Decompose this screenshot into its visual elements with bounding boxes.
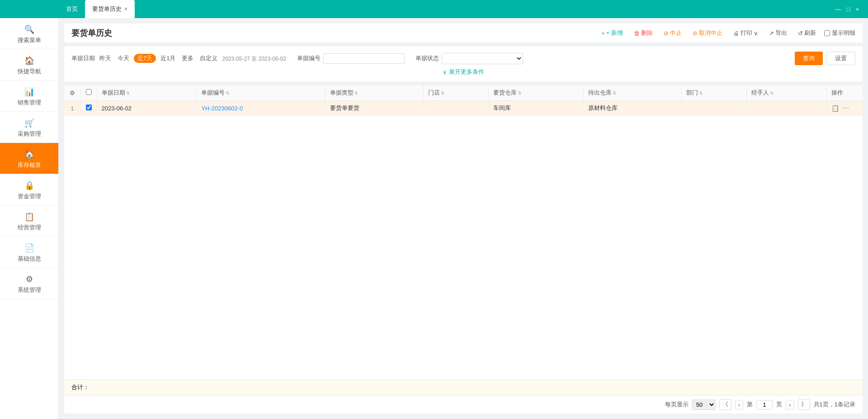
add-button[interactable]: + + 新增 bbox=[599, 27, 626, 39]
chevron-down-icon: ∨ bbox=[443, 69, 447, 76]
date-opt-yesterday[interactable]: 昨天 bbox=[98, 54, 113, 63]
chart-icon: 📊 bbox=[24, 87, 34, 97]
sidebar-item-system[interactable]: ⚙ 系统管理 bbox=[0, 268, 58, 299]
sidebar-sales-label: 销售管理 bbox=[18, 99, 41, 107]
setting-button[interactable]: 设置 bbox=[826, 52, 855, 65]
status-label: 单据状态 bbox=[415, 54, 439, 62]
prev-page-btn[interactable]: ‹ bbox=[735, 400, 743, 409]
sidebar-shortcut-label: 快捷导航 bbox=[18, 67, 41, 76]
th-number[interactable]: 单据编号⇅ bbox=[197, 85, 326, 101]
next-page-btn[interactable]: › bbox=[786, 400, 794, 409]
print-dropdown-icon: ∨ bbox=[754, 30, 758, 37]
export-button[interactable]: ↗ 导出 bbox=[766, 27, 790, 39]
top-bar: 首页 要货单历史 × — □ × bbox=[0, 0, 868, 18]
stop-icon: ⊘ bbox=[664, 30, 669, 37]
date-label: 单据日期 bbox=[71, 54, 95, 62]
sidebar-item-base-info[interactable]: 📄 基础信息 bbox=[0, 237, 58, 268]
th-date[interactable]: 单据日期⇅ bbox=[97, 85, 197, 101]
total-label: 合计： bbox=[71, 383, 89, 391]
page-suffix: 页 bbox=[776, 400, 782, 409]
lock-icon: 🔒 bbox=[24, 181, 34, 190]
cancel-stop-label: 取消中止 bbox=[699, 29, 722, 37]
tab-requisition-label: 要货单历史 bbox=[92, 5, 122, 13]
sort-dept-icon: ⇅ bbox=[699, 90, 703, 95]
sort-number-icon: ⇅ bbox=[226, 90, 229, 95]
sidebar-item-sales[interactable]: 📊 销售管理 bbox=[0, 81, 58, 112]
inventory-icon: 🏠 bbox=[24, 149, 34, 159]
page-header: 要货单历史 + + 新增 🗑 删除 ⊘ 中止 ⊘ 取消中止 bbox=[64, 24, 863, 43]
row-dept bbox=[681, 101, 746, 116]
sidebar-item-purchase[interactable]: 🛒 采购管理 bbox=[0, 112, 58, 143]
row-num: 1 bbox=[64, 101, 80, 116]
sidebar-item-search[interactable]: 🔍 搜索菜单 bbox=[0, 18, 58, 49]
sidebar-inventory-label: 库存核算 bbox=[18, 161, 41, 169]
date-opt-7days[interactable]: 近7天 bbox=[134, 54, 156, 63]
last-page-btn[interactable]: 》 bbox=[798, 399, 810, 410]
first-page-btn[interactable]: 《 bbox=[719, 399, 731, 410]
show-detail-label: 显示明细 bbox=[832, 29, 855, 37]
refresh-button[interactable]: ↺ 刷新 bbox=[795, 27, 819, 39]
docnum-input[interactable] bbox=[323, 53, 405, 64]
th-req-warehouse[interactable]: 要货仓库⇅ bbox=[489, 85, 584, 101]
window-maximize-icon[interactable]: □ bbox=[847, 6, 850, 13]
doc-number-link[interactable]: YH-20230602-0 bbox=[201, 105, 243, 112]
cancel-stop-button[interactable]: ⊘ 取消中止 bbox=[690, 27, 725, 39]
tab-home[interactable]: 首页 bbox=[59, 0, 85, 18]
per-page-select[interactable]: 50 10 20 100 bbox=[692, 400, 716, 410]
date-opt-custom[interactable]: 自定义 bbox=[198, 54, 219, 63]
date-opt-today[interactable]: 今天 bbox=[116, 54, 131, 63]
tab-close-icon[interactable]: × bbox=[124, 6, 127, 12]
select-all-checkbox[interactable] bbox=[86, 89, 92, 95]
sidebar-item-shortcut[interactable]: 🏠 快捷导航 bbox=[0, 49, 58, 81]
edit-icon[interactable]: 📋 bbox=[831, 105, 839, 112]
date-opt-more[interactable]: 更多 bbox=[180, 54, 195, 63]
content-area: 要货单历史 + + 新增 🗑 删除 ⊘ 中止 ⊘ 取消中止 bbox=[59, 18, 868, 419]
sidebar-item-finance[interactable]: 🔒 资金管理 bbox=[0, 174, 58, 205]
query-button[interactable]: 查询 bbox=[795, 52, 823, 65]
home-icon: 🏠 bbox=[24, 56, 34, 66]
tab-requisition-history[interactable]: 要货单历史 × bbox=[85, 0, 135, 18]
sort-date-icon: ⇅ bbox=[126, 90, 130, 95]
row-type: 要货单要货 bbox=[326, 101, 424, 116]
clipboard-icon: 📋 bbox=[24, 212, 34, 222]
filter-docnum-item: 单据编号 bbox=[297, 53, 405, 64]
th-dept[interactable]: 部门⇅ bbox=[681, 85, 746, 101]
row-select-checkbox[interactable] bbox=[86, 105, 92, 110]
row-op: 📋 ⋯ bbox=[826, 101, 863, 116]
th-out-warehouse[interactable]: 待出仓库⇅ bbox=[583, 85, 681, 101]
filter-date-item: 单据日期 昨天 今天 近7天 近1月 更多 自定义 2023-05-27 至 2… bbox=[71, 54, 286, 63]
table-area: ⚙ 单据日期⇅ 单据编号⇅ 单据类型⇅ bbox=[64, 85, 863, 414]
print-label: 打印 bbox=[741, 29, 752, 37]
row-number[interactable]: YH-20230602-0 bbox=[197, 101, 326, 116]
print-button[interactable]: 🖨 打印 ∨ bbox=[731, 27, 761, 39]
sidebar-purchase-label: 采购管理 bbox=[18, 130, 41, 138]
sidebar-item-operation[interactable]: 📋 经营管理 bbox=[0, 205, 58, 237]
refresh-icon: ↺ bbox=[798, 30, 803, 37]
top-bar-right: — □ × bbox=[835, 6, 859, 13]
main-layout: 🔍 搜索菜单 🏠 快捷导航 📊 销售管理 🛒 采购管理 🏠 库存核算 🔒 资金管… bbox=[0, 18, 868, 419]
sidebar-item-inventory[interactable]: 🏠 库存核算 bbox=[0, 143, 58, 174]
delete-button[interactable]: 🗑 删除 bbox=[631, 27, 656, 39]
toolbar: + + 新增 🗑 删除 ⊘ 中止 ⊘ 取消中止 🖨 打印 bbox=[599, 27, 855, 39]
more-icon[interactable]: ⋯ bbox=[843, 105, 849, 112]
th-type[interactable]: 单据类型⇅ bbox=[326, 85, 424, 101]
per-page-label: 每页显示 bbox=[665, 400, 689, 409]
refresh-label: 刷新 bbox=[804, 29, 816, 37]
table-row[interactable]: 1 2023-06-02 YH-20230602-0 要货单要货 车间库 bbox=[64, 101, 863, 116]
stop-button[interactable]: ⊘ 中止 bbox=[661, 27, 684, 39]
row-checkbox bbox=[80, 101, 97, 116]
th-op: 操作 bbox=[826, 85, 863, 101]
show-detail-checkbox[interactable] bbox=[824, 30, 830, 36]
th-settings[interactable]: ⚙ bbox=[64, 85, 80, 101]
window-minimize-icon[interactable]: — bbox=[835, 6, 841, 13]
expand-more[interactable]: ∨ 展开更多条件 bbox=[71, 65, 855, 76]
sidebar-system-label: 系统管理 bbox=[18, 286, 41, 294]
status-select[interactable] bbox=[442, 53, 523, 64]
window-close-icon[interactable]: × bbox=[855, 6, 859, 13]
page-num-input[interactable] bbox=[756, 400, 773, 409]
date-opt-1month[interactable]: 近1月 bbox=[159, 54, 177, 63]
table-body: 1 2023-06-02 YH-20230602-0 要货单要货 车间库 bbox=[64, 101, 863, 116]
th-store[interactable]: 门店⇅ bbox=[424, 85, 489, 101]
th-handler[interactable]: 经手人⇅ bbox=[746, 85, 826, 101]
th-checkbox bbox=[80, 85, 97, 101]
